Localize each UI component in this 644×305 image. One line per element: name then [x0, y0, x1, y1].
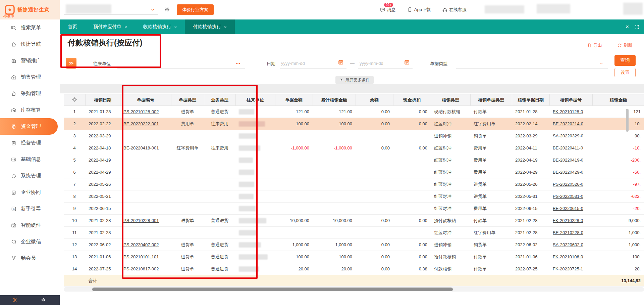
sidebar-item-系统管理[interactable]: 系统管理: [0, 168, 60, 184]
calendar-icon[interactable]: [404, 59, 410, 65]
search-input-redacted[interactable]: [66, 4, 111, 13]
doc-link[interactable]: PS-20210817-002: [123, 266, 159, 271]
header-余额[interactable]: 余额: [356, 94, 393, 106]
table-row[interactable]: 122022-06-02PS-20220407-002进货单普通进货1,000.…: [64, 239, 644, 251]
doc-link[interactable]: FK-20210106-0: [553, 254, 583, 259]
settings-button[interactable]: 设置: [614, 68, 636, 77]
sidebar-item-新手引导[interactable]: 新新手引导: [0, 201, 60, 217]
message-menu-item[interactable]: 消息99+: [380, 7, 396, 13]
doc-link[interactable]: FK-20210128-0: [553, 109, 583, 114]
doc-link[interactable]: SA-20220329-0: [553, 133, 583, 138]
tab-close-icon[interactable]: ×: [224, 25, 227, 30]
sidebar-item-资金管理[interactable]: 资金管理: [0, 118, 58, 135]
header-核销单据号[interactable]: 核销单据号: [549, 94, 592, 106]
table-row[interactable]: 92022-06-15红蓝对冲费用单2022-06-15BE-20220615-…: [64, 203, 644, 215]
sidebar-item-企业微信[interactable]: 企业微信: [0, 233, 60, 250]
sidebar-item-快捷导航[interactable]: 快捷导航: [0, 36, 60, 52]
header-业务类型[interactable]: 业务类型: [204, 94, 235, 106]
header-核销金额[interactable]: 核销金额: [592, 94, 644, 106]
table-row[interactable]: 62022-04-29红蓝对冲费用单2022-04-29BE-20220429-…: [64, 166, 644, 178]
table-row[interactable]: 72022-05-26红蓝对冲进货单2022-05-26PS-20220526-…: [64, 178, 644, 190]
doc-link[interactable]: FK-20220725-1: [553, 266, 583, 271]
headset-menu-item[interactable]: 在线客服: [442, 7, 467, 13]
header-单据金额[interactable]: 单据金额: [275, 94, 313, 106]
doc-link[interactable]: PS-20220407-002: [123, 242, 159, 247]
table-row[interactable]: 142022-07-25PS-20210817-002进货单普通进货20.002…: [64, 263, 644, 275]
header-核销日期[interactable]: 核销日期: [85, 94, 120, 106]
header-累计核销金额[interactable]: 累计核销金额: [313, 94, 356, 106]
sidebar-item-采购管理[interactable]: 采购管理: [0, 85, 60, 102]
header-现金折扣[interactable]: 现金折扣: [393, 94, 431, 106]
doc-link[interactable]: BE-20220411-0: [553, 145, 583, 150]
doc-type-select[interactable]: [456, 69, 608, 69]
table-row[interactable]: 42022-04-18BE-20220418-001红字费用单往来费用-1,00…: [64, 142, 644, 154]
sidebar-item-销售管理[interactable]: 销售管理: [0, 69, 60, 85]
sidebar-item-营销推广[interactable]: 营销推广: [0, 52, 60, 69]
vertical-scrollbar-thumb[interactable]: [626, 109, 629, 132]
table-row[interactable]: 12021-01-28PS-20210128-002进货单普通进货121.001…: [64, 106, 644, 118]
calendar-icon[interactable]: [338, 59, 343, 65]
header-往来单位[interactable]: 往来单位: [235, 94, 275, 106]
tab-首页[interactable]: 首页: [60, 19, 85, 34]
doc-link[interactable]: PS-20210228-001: [123, 218, 159, 223]
doc-link[interactable]: SA-20220602-0: [553, 242, 583, 247]
date-to-input[interactable]: yyyy-mm-dd: [360, 61, 383, 66]
doc-link[interactable]: BE-20220615-0: [553, 206, 583, 211]
doc-link[interactable]: FK-20210228-0: [553, 218, 583, 223]
gear-icon[interactable]: [12, 297, 17, 303]
sidebar-item-畅会员[interactable]: 畅会员: [0, 250, 60, 266]
chevron-down-icon[interactable]: [150, 7, 155, 12]
header-核销单据日期[interactable]: 核销单据日期: [512, 94, 549, 106]
table-row[interactable]: 102021-02-28PS-20210228-001进货单普通进货10,000…: [64, 215, 644, 227]
doc-link[interactable]: BE-20210228-0: [553, 230, 583, 235]
doc-link[interactable]: BE-20220214-0: [553, 121, 583, 126]
speaker-icon[interactable]: [41, 297, 46, 302]
doc-link[interactable]: PS-20220531-0: [553, 194, 583, 199]
export-button[interactable]: 导出: [587, 42, 602, 48]
partner-picker-ellipsis[interactable]: …: [235, 59, 241, 65]
doc-link[interactable]: BE-20220419-0: [553, 158, 583, 163]
sidebar-item-企业协同[interactable]: 企业协同: [0, 184, 60, 201]
gear-icon[interactable]: [72, 97, 77, 102]
tab-收款核销执行[interactable]: 收款核销执行×: [135, 19, 185, 34]
collapse-filter-button[interactable]: ≫: [66, 58, 76, 69]
chevron-down-icon[interactable]: [599, 61, 604, 66]
sidebar-item-智能硬件[interactable]: 智能硬件: [0, 217, 60, 233]
header-单据类型[interactable]: 单据类型: [171, 94, 204, 106]
horizontal-scrollbar-thumb[interactable]: [92, 288, 453, 291]
sidebar-item-搜索菜单[interactable]: 搜索菜单: [0, 19, 60, 36]
doc-link[interactable]: BE-20220418-001: [123, 145, 159, 150]
date-from-input[interactable]: yyyy-mm-dd: [281, 61, 305, 66]
fullscreen-icon[interactable]: [634, 25, 639, 30]
doc-link[interactable]: BE-20220222-001: [123, 121, 159, 126]
table-row[interactable]: 52022-04-19红蓝对冲费用单2022-04-19BE-20220419-…: [64, 154, 644, 166]
tab-close-icon[interactable]: ×: [174, 25, 177, 30]
header-核销类型[interactable]: 核销类型: [431, 94, 470, 106]
partner-filter-input[interactable]: [117, 69, 245, 69]
header-单据编号[interactable]: 单据编号: [120, 94, 171, 106]
tab-close-icon[interactable]: ×: [124, 25, 127, 30]
close-all-tabs-icon[interactable]: ×: [626, 24, 629, 30]
sidebar-item-经营管理[interactable]: 经营管理: [0, 135, 60, 151]
table-row[interactable]: 132021-01-06PS-20210101-101进货单普通进货100.00…: [64, 251, 644, 263]
doc-link[interactable]: PS-20210101-101: [123, 254, 159, 259]
expand-more-conditions-button[interactable]: 展开更多条件: [335, 76, 374, 84]
search-button[interactable]: 查询: [614, 55, 636, 66]
doc-link[interactable]: PS-20220526-0: [553, 182, 583, 187]
experience-plan-button[interactable]: 体验行业方案: [177, 4, 214, 15]
tab-预付冲应付单[interactable]: 预付冲应付单×: [85, 19, 135, 34]
doc-link[interactable]: BE-20220429-0: [553, 170, 583, 175]
gear-icon[interactable]: [164, 7, 170, 12]
refresh-button[interactable]: 刷新: [617, 42, 632, 48]
sidebar-item-基础信息[interactable]: 基础信息: [0, 151, 60, 168]
table-row[interactable]: 22022-02-22BE-20220222-001费用单往来费用100.001…: [64, 118, 644, 130]
table-row[interactable]: 82022-05-31红蓝对冲进货单2022-05-31PS-20220531-…: [64, 190, 644, 203]
tab-付款核销执行[interactable]: 付款核销执行×: [185, 19, 235, 34]
table-row[interactable]: 32022-03-29进销冲销销货单2022-03-29SA-20220329-…: [64, 130, 644, 142]
phone-menu-item[interactable]: App下载: [407, 7, 431, 13]
column-settings-header[interactable]: [64, 94, 85, 106]
doc-link[interactable]: PS-20210128-002: [123, 109, 159, 114]
header-核销单据类型[interactable]: 核销单据类型: [470, 94, 512, 106]
sidebar-item-库存核算[interactable]: 库存核算: [0, 102, 60, 118]
table-row[interactable]: 112021-02-28红蓝对冲红字费用单2021-02-28BE-202102…: [64, 227, 644, 239]
